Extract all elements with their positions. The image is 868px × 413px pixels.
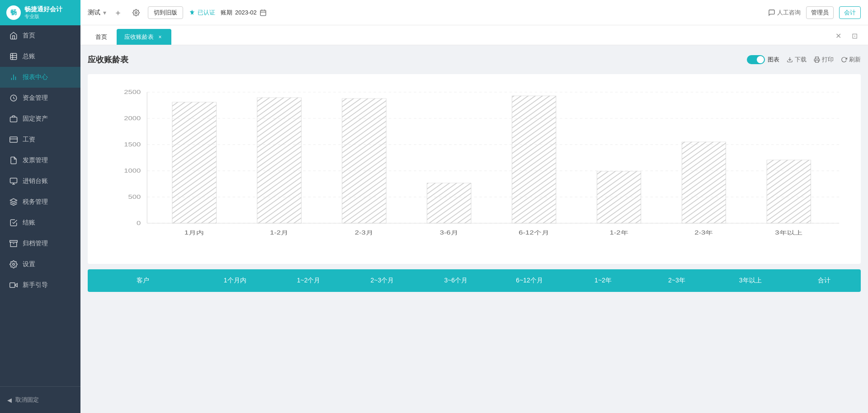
bar-5 bbox=[512, 96, 556, 223]
svg-rect-20 bbox=[260, 10, 266, 15]
sidebar-item-tax[interactable]: 税务管理 bbox=[0, 192, 80, 212]
sidebar-item-label: 总账 bbox=[23, 52, 35, 61]
accountant-role-button[interactable]: 会计 bbox=[839, 6, 861, 19]
svg-text:500: 500 bbox=[128, 194, 141, 200]
refresh-label: 刷新 bbox=[849, 56, 861, 64]
sidebar-item-label: 报表中心 bbox=[23, 73, 48, 81]
svg-text:2000: 2000 bbox=[124, 115, 141, 121]
sidebar-item-ledger[interactable]: 总账 bbox=[0, 46, 80, 67]
sidebar-item-inventory[interactable]: 进销台账 bbox=[0, 171, 80, 192]
sidebar-item-label: 归档管理 bbox=[23, 239, 48, 248]
sidebar-item-salary[interactable]: 工资 bbox=[0, 129, 80, 150]
chart-toggle[interactable] bbox=[747, 55, 765, 64]
sidebar-item-label: 固定资产 bbox=[23, 115, 48, 123]
chevron-down-icon[interactable]: ▾ bbox=[103, 9, 106, 16]
col-customer: 客户 bbox=[88, 269, 198, 292]
tab-close-button[interactable]: × bbox=[156, 33, 164, 41]
add-button[interactable]: ＋ bbox=[112, 6, 124, 19]
sidebar-item-close-accounts[interactable]: 结账 bbox=[0, 212, 80, 233]
col-1-2y: 1~2年 bbox=[566, 269, 640, 292]
col-2-3m: 2~3个月 bbox=[345, 269, 419, 292]
bar-8 bbox=[767, 160, 811, 223]
svg-text:1-2月: 1-2月 bbox=[270, 230, 288, 235]
svg-text:2-3月: 2-3月 bbox=[355, 230, 373, 235]
sidebar-item-assets[interactable]: 固定资产 bbox=[0, 108, 80, 129]
bar-1 bbox=[172, 102, 216, 223]
col-3-6m: 3~6个月 bbox=[419, 269, 493, 292]
col-3yp: 3年以上 bbox=[713, 269, 787, 292]
sidebar-item-invoice[interactable]: 发票管理 bbox=[0, 150, 80, 171]
switch-version-button[interactable]: 切到旧版 bbox=[148, 6, 183, 19]
svg-text:3年以上: 3年以上 bbox=[775, 230, 802, 235]
download-label: 下载 bbox=[795, 56, 807, 64]
svg-rect-0 bbox=[10, 53, 17, 60]
salary-icon bbox=[9, 135, 18, 144]
expand-button[interactable]: ⊡ bbox=[848, 29, 861, 42]
col-1m: 1个月内 bbox=[198, 269, 272, 292]
svg-marker-17 bbox=[15, 283, 17, 287]
consult-button[interactable]: 人工咨询 bbox=[768, 9, 801, 17]
home-icon bbox=[9, 31, 18, 40]
bar-4 bbox=[427, 183, 471, 223]
funds-icon bbox=[9, 94, 18, 103]
sidebar-item-home[interactable]: 首页 bbox=[0, 25, 80, 46]
pin-button[interactable]: ◀ 取消固定 bbox=[0, 391, 80, 408]
reports-icon bbox=[9, 73, 18, 82]
tab-home[interactable]: 首页 bbox=[88, 29, 115, 45]
svg-rect-8 bbox=[10, 117, 17, 122]
sidebar-item-label: 发票管理 bbox=[23, 156, 48, 164]
svg-point-16 bbox=[13, 263, 15, 266]
svg-text:2-3年: 2-3年 bbox=[694, 230, 713, 235]
topbar: 测试 ▾ ＋ 切到旧版 已认证 账期 2023-02 人工咨询 管理员 会计 bbox=[80, 0, 868, 25]
col-2-3y: 2~3年 bbox=[640, 269, 713, 292]
sidebar-item-archive[interactable]: 归档管理 bbox=[0, 233, 80, 254]
svg-rect-25 bbox=[816, 60, 819, 62]
svg-rect-9 bbox=[10, 137, 18, 142]
invoice-icon bbox=[9, 156, 18, 165]
svg-point-19 bbox=[135, 12, 137, 14]
close-accounts-icon bbox=[9, 218, 18, 227]
sidebar-item-settings[interactable]: 设置 bbox=[0, 254, 80, 275]
tabbar: 首页 应收账龄表 × ✕ ⊡ bbox=[80, 25, 868, 45]
sidebar-bottom: ◀ 取消固定 bbox=[0, 386, 80, 413]
report-actions: 图表 下载 打印 刷新 bbox=[747, 55, 861, 64]
print-button[interactable]: 打印 bbox=[814, 56, 834, 64]
manager-role-button[interactable]: 管理员 bbox=[806, 6, 834, 19]
sidebar-item-label: 结账 bbox=[23, 219, 35, 227]
chart-toggle-wrap: 图表 bbox=[747, 55, 779, 64]
ledger-icon bbox=[9, 52, 18, 61]
svg-text:1-2年: 1-2年 bbox=[609, 230, 628, 235]
tab-report-label: 应收账龄表 bbox=[124, 33, 154, 41]
settings-icon bbox=[9, 260, 18, 269]
sidebar-item-reports[interactable]: 报表中心 bbox=[0, 67, 80, 88]
sidebar-item-tutorial[interactable]: 新手引导 bbox=[0, 275, 80, 296]
report-title: 应收账龄表 bbox=[88, 54, 128, 65]
tab-report[interactable]: 应收账龄表 × bbox=[117, 29, 171, 45]
col-total: 合计 bbox=[787, 269, 861, 292]
sidebar-item-label: 税务管理 bbox=[23, 198, 48, 206]
content-area: 应收账龄表 图表 下载 打印 刷新 bbox=[80, 45, 868, 413]
svg-rect-14 bbox=[10, 240, 18, 242]
table-header: 客户 1个月内 1~2个月 2~3个月 3~6个月 6~12个月 1~2年 2~… bbox=[88, 269, 861, 292]
project-label: 测试 bbox=[88, 9, 100, 17]
assets-icon bbox=[9, 114, 18, 123]
sidebar-item-label: 设置 bbox=[23, 260, 35, 268]
col-1-2m: 1~2个月 bbox=[272, 269, 345, 292]
refresh-button[interactable]: 刷新 bbox=[841, 56, 861, 64]
period-info: 账期 2023-02 bbox=[221, 9, 267, 17]
svg-rect-18 bbox=[10, 283, 15, 288]
archive-icon bbox=[9, 239, 18, 248]
sidebar-item-label: 资金管理 bbox=[23, 94, 48, 102]
sidebar-item-funds[interactable]: 资金管理 bbox=[0, 88, 80, 108]
tax-icon bbox=[9, 197, 18, 206]
app-edition: 专业版 bbox=[24, 13, 62, 20]
logo-icon: 畅 bbox=[6, 5, 21, 20]
svg-text:1500: 1500 bbox=[124, 141, 141, 147]
svg-text:1月内: 1月内 bbox=[184, 230, 204, 235]
settings-button[interactable] bbox=[130, 6, 142, 19]
sidebar-item-label: 新手引导 bbox=[23, 281, 48, 289]
download-button[interactable]: 下载 bbox=[787, 56, 807, 64]
close-tab-button[interactable]: ✕ bbox=[832, 29, 844, 42]
tabbar-actions: ✕ ⊡ bbox=[832, 29, 861, 42]
sidebar-item-label: 进销台账 bbox=[23, 177, 48, 185]
